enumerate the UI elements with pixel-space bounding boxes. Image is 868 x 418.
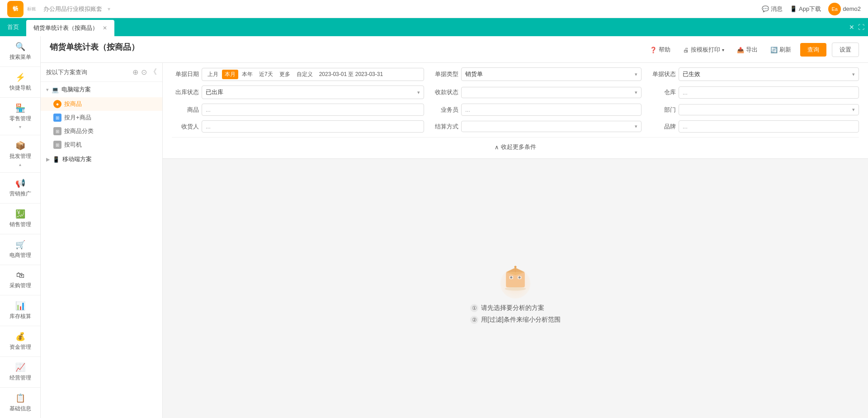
sidebar-item-basic[interactable]: 📋 基础信息 [0, 388, 40, 418]
date-btn-last-month[interactable]: 上月 [205, 70, 221, 79]
settings-btn[interactable]: 设置 [832, 43, 859, 57]
tree-icon: 💻 [52, 86, 59, 93]
filter-section: 单据日期 上月 本月 本年 近7天 更多 自定义 [163, 63, 868, 159]
wholesale-arrow: ▴ [19, 162, 21, 167]
sidebar: 🔍 搜索菜单 ⚡ 快捷导航 🏪 零售管理 ▾ 📦 批发管理 ▴ 📢 营销推广 [0, 36, 41, 418]
avatar: Ea [828, 3, 841, 15]
basic-icon: 📋 [15, 393, 25, 403]
sidebar-item-finance[interactable]: 💰 资金管理 [0, 326, 40, 357]
tab-bar: 首页 销货单统计表（按商品） ✕ ✕ ⛶ [0, 18, 868, 36]
salesperson-placeholder: ... [465, 106, 470, 113]
purchase-icon: 🛍 [16, 271, 24, 280]
filter-row-1: 单据日期 上月 本月 本年 近7天 更多 自定义 [172, 67, 859, 81]
tree-item-by-category[interactable]: ⊞ 按商品分类 [41, 124, 162, 138]
tree-section-mobile: ▶ 📱 移动端方案 [41, 152, 162, 167]
collapse-panel-icon[interactable]: 《 [150, 67, 157, 77]
page-title: 销货单统计表（按商品） [50, 42, 139, 52]
outbound-select[interactable]: 已出库 ▾ [202, 86, 424, 99]
sidebar-item-search[interactable]: 🔍 搜索菜单 [0, 36, 40, 67]
type-select-arrow: ▾ [635, 71, 637, 77]
salesperson-select[interactable]: ... [461, 104, 642, 116]
help-btn[interactable]: ❓ 帮助 [646, 44, 674, 56]
empty-state: ① 请先选择要分析的方案 ② 用[过滤]条件来缩小分析范围 [470, 253, 561, 324]
tab-expand-area: ✕ ⛶ [849, 24, 868, 31]
sidebar-item-quicknav[interactable]: ⚡ 快捷导航 [0, 67, 40, 98]
tab-close-window-icon[interactable]: ✕ [849, 24, 854, 31]
tree-item-by-product[interactable]: ● 按商品 [41, 97, 162, 111]
app-download-btn[interactable]: 📱 App下载 [790, 5, 821, 13]
warehouse-label: 仓库 [649, 88, 676, 96]
print-btn[interactable]: 🖨 按模板打印 ▾ [679, 44, 728, 56]
by-product-icon: ● [53, 100, 61, 108]
date-btn-this-year[interactable]: 本年 [239, 70, 255, 79]
right-section: 销货单统计表（按商品） ❓ 帮助 🖨 按模板打印 ▾ 📤 [41, 36, 868, 418]
sidebar-item-purchase[interactable]: 🛍 采购管理 [0, 265, 40, 295]
query-btn[interactable]: 查询 [800, 43, 826, 57]
product-select[interactable]: ... [202, 104, 424, 116]
tab-close-icon[interactable]: ✕ [103, 25, 107, 31]
message-btn[interactable]: 💬 消息 [762, 5, 783, 13]
sidebar-item-sales[interactable]: 💹 销售管理 [0, 204, 40, 234]
date-btn-7days[interactable]: 近7天 [256, 70, 276, 79]
status-select[interactable]: 已生效 ▾ [679, 67, 859, 81]
wholesale-icon: 📦 [15, 141, 25, 151]
tree-item-by-cashier[interactable]: ⊞ 按司机 [41, 138, 162, 152]
settings-scheme-icon[interactable]: ⊙ [141, 68, 147, 76]
refresh-btn[interactable]: 🔄 刷新 [767, 44, 795, 56]
recipient-select[interactable]: ... [202, 120, 424, 133]
status-filter: 单据状态 已生效 ▾ [649, 67, 859, 81]
recipient-placeholder: ... [206, 123, 211, 130]
date-btn-custom[interactable]: 自定义 [294, 70, 316, 79]
finance-icon: 💰 [15, 332, 25, 342]
sidebar-item-retail[interactable]: 🏪 零售管理 ▾ [0, 98, 40, 135]
date-btn-this-month[interactable]: 本月 [222, 70, 238, 79]
svg-point-5 [519, 276, 521, 278]
product-label: 商品 [172, 106, 199, 114]
salesperson-label: 业务员 [431, 106, 458, 114]
sidebar-item-marketing[interactable]: 📢 营销推广 [0, 173, 40, 204]
tree-pc-header[interactable]: ▾ 💻 电脑端方案 [41, 82, 162, 97]
top-bar: 畅 标账 办公用品行业模拟账套 ▾ 💬 消息 📱 App下载 Ea demo2 [0, 0, 868, 18]
date-btn-more[interactable]: 更多 [277, 70, 293, 79]
type-label: 单据类型 [431, 70, 458, 78]
user-profile[interactable]: Ea demo2 [828, 3, 861, 15]
app-container: 畅 标账 办公用品行业模拟账套 ▾ 💬 消息 📱 App下载 Ea demo2 [0, 0, 868, 418]
sidebar-item-inventory[interactable]: 📊 库存核算 [0, 295, 40, 326]
tree-mobile-header[interactable]: ▶ 📱 移动端方案 [41, 152, 162, 167]
sidebar-item-operation[interactable]: 📈 经营管理 [0, 357, 40, 388]
filter-row-2: 出库状态 已出库 ▾ 收款状态 ▾ [172, 86, 859, 99]
tab-fullscreen-icon[interactable]: ⛶ [858, 24, 864, 31]
warehouse-select[interactable]: ... [679, 86, 859, 99]
warehouse-filter: 仓库 ... [649, 86, 859, 99]
tree-item-by-month-product[interactable]: ⊞ 按月+商品 [41, 111, 162, 124]
settlement-select[interactable]: ▾ [461, 121, 642, 132]
warehouse-ellipsis: ... [683, 89, 688, 96]
date-filter-control: 上月 本月 本年 近7天 更多 自定义 2023-03-01 至 2023-03… [202, 68, 424, 81]
export-btn[interactable]: 📤 导出 [733, 44, 761, 56]
payment-select[interactable]: ▾ [461, 87, 642, 98]
department-select[interactable]: ▾ [679, 104, 859, 115]
sidebar-item-wholesale[interactable]: 📦 批发管理 ▴ [0, 135, 40, 173]
left-panel-title: 按以下方案查询 [46, 68, 87, 76]
status-label: 单据状态 [649, 70, 676, 78]
filters-body: 单据日期 上月 本月 本年 近7天 更多 自定义 [163, 63, 868, 418]
download-icon: 📱 [790, 5, 797, 12]
department-filter: 部门 ▾ [649, 104, 859, 115]
salesperson-filter: 业务员 ... [431, 104, 642, 116]
empty-tip-1: ① 请先选择要分析的方案 [470, 304, 561, 312]
dropdown-arrow[interactable]: ▾ [108, 6, 110, 12]
add-scheme-icon[interactable]: ⊕ [132, 68, 138, 76]
type-select[interactable]: 销货单 ▾ [461, 67, 642, 81]
collapse-btn[interactable]: ∧ 收起更多条件 [492, 140, 539, 154]
marketing-icon: 📢 [15, 178, 25, 188]
department-arrow: ▾ [852, 107, 855, 113]
tab-home[interactable]: 首页 [0, 18, 26, 36]
top-bar-left: 畅 标账 办公用品行业模拟账套 ▾ [7, 1, 110, 17]
left-panel-actions: ⊕ ⊙ 《 [132, 67, 157, 77]
quicknav-icon: ⚡ [15, 72, 25, 82]
sidebar-item-ecommerce[interactable]: 🛒 电商管理 [0, 234, 40, 265]
message-icon: 💬 [762, 5, 769, 12]
inventory-icon: 📊 [15, 301, 25, 311]
brand-select[interactable]: ... [679, 120, 859, 133]
tab-sales-stat[interactable]: 销货单统计表（按商品） ✕ [26, 20, 114, 36]
